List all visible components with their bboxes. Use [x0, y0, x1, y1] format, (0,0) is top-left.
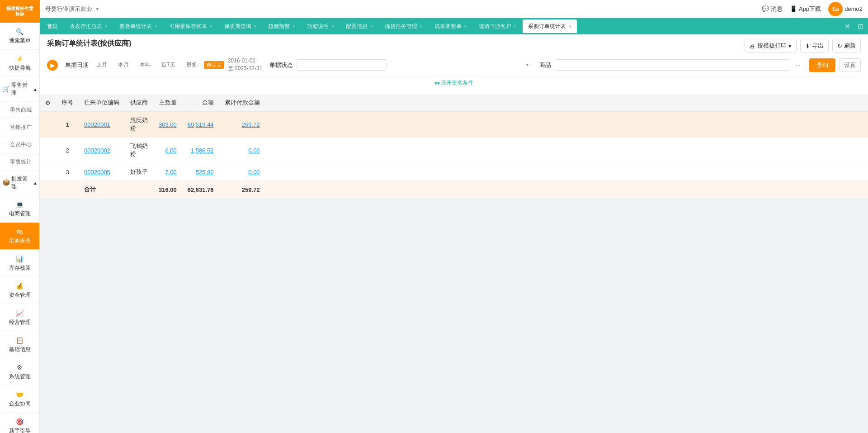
tab-close-5[interactable]: ×	[292, 24, 295, 29]
tab-10[interactable]: 邀请下游客户×	[473, 19, 522, 33]
main-content: 母婴行业演示账套 ▾ 💬 消息 📱 App下载 Ea demo2 首页收发存汇总…	[40, 0, 868, 433]
tab-2[interactable]: 要货单统计表×	[114, 19, 163, 33]
tab-label-3: 可用量库存账本	[169, 23, 207, 30]
table-header: ⚙ 序号 往来单位编码 供应商 主数量 金额 累计付款金额	[40, 94, 868, 112]
tab-close-1[interactable]: ×	[105, 24, 108, 29]
tab-0[interactable]: 首页	[42, 19, 63, 33]
goods-more-btn[interactable]: ···	[794, 62, 802, 68]
row-code-1[interactable]: 00020002	[79, 138, 125, 163]
sidebar-item-1[interactable]: ⚡快捷导航	[0, 50, 39, 77]
refresh-btn[interactable]: ↻ 刷新	[832, 39, 861, 52]
app-download-btn[interactable]: 📱 App下载	[790, 5, 821, 13]
sidebar-item-12[interactable]: 📈经营管理	[0, 304, 39, 331]
message-btn[interactable]: 💬 消息	[762, 5, 783, 13]
row-amount-2[interactable]: 525.80	[182, 163, 219, 181]
tab-close-9[interactable]: ×	[464, 24, 467, 29]
avatar-initials: Ea	[832, 6, 839, 12]
tab-7[interactable]: 配置信息×	[340, 19, 378, 33]
row-code-0[interactable]: 00020001	[79, 112, 125, 138]
col-supplier: 供应商	[125, 94, 153, 112]
sidebar-item-8[interactable]: 💻电商管理	[0, 195, 39, 223]
user-profile[interactable]: Ea demo2	[828, 2, 863, 16]
tab-6[interactable]: 功能说明×	[302, 19, 340, 33]
query-btn[interactable]: 查询	[809, 58, 835, 72]
page-title: 采购订单统计表(按供应商)	[47, 39, 132, 48]
row-qty-0[interactable]: 303.00	[153, 112, 182, 138]
sidebar-item-15[interactable]: 🤝企业协同	[0, 385, 39, 413]
tab-close-10[interactable]: ×	[514, 24, 517, 29]
data-table: ⚙ 序号 往来单位编码 供应商 主数量 金额 累计付款金额 1	[40, 94, 868, 198]
date-7days-btn[interactable]: 近7天	[157, 60, 179, 70]
expand-more-btn[interactable]: ▾▾ 展开更多条件	[434, 79, 473, 87]
close-tab-btn[interactable]: ✕	[842, 21, 853, 32]
col-spacer	[265, 94, 868, 112]
tab-close-6[interactable]: ×	[331, 24, 334, 29]
maximize-tab-btn[interactable]: ⊡	[855, 21, 866, 32]
row-paid-2[interactable]: 0.00	[219, 163, 265, 181]
date-more-btn[interactable]: 更多	[182, 60, 201, 70]
nav-icon-11: 💰	[15, 281, 24, 290]
column-gear-icon[interactable]: ⚙	[45, 100, 51, 106]
row-code-2[interactable]: 00020005	[79, 163, 125, 181]
tab-4[interactable]: 保质期查询×	[219, 19, 262, 33]
tab-1[interactable]: 收发存汇总表×	[64, 19, 113, 33]
topbar-left: 母婴行业演示账套 ▾	[45, 5, 99, 13]
nav-label-11: 资金管理	[9, 291, 31, 299]
row-supplier-2: 好孩子	[125, 163, 153, 181]
sidebar-item-13[interactable]: 📋基础信息	[0, 331, 39, 358]
tab-8[interactable]: 拣货任务管理×	[379, 19, 428, 33]
tab-9[interactable]: 成本调整单×	[429, 19, 472, 33]
tab-3[interactable]: 可用量库存账本×	[164, 19, 218, 33]
nav-icon-10: 📊	[15, 254, 24, 263]
row-no-2: 3	[56, 163, 79, 181]
tab-close-8[interactable]: ×	[420, 24, 423, 29]
tab-label-4: 保质期查询	[224, 23, 251, 30]
sidebar-item-14[interactable]: ⚙系统管理	[0, 358, 39, 385]
export-btn[interactable]: ⬇ 导出	[800, 39, 829, 52]
tab-label-6: 功能说明	[307, 23, 329, 30]
tab-close-4[interactable]: ×	[254, 24, 257, 29]
sidebar-item-4[interactable]: 营销推广	[0, 119, 39, 136]
tab-close-7[interactable]: ×	[370, 24, 373, 29]
sidebar-item-16[interactable]: 🎯新手引导	[0, 413, 39, 433]
goods-search-input[interactable]	[555, 59, 790, 71]
tab-close-11[interactable]: ×	[569, 24, 571, 29]
sidebar-item-11[interactable]: 💰资金管理	[0, 277, 39, 304]
tab-close-3[interactable]: ×	[210, 24, 212, 29]
sidebar-item-3[interactable]: 零售商城	[0, 102, 39, 119]
row-qty-2[interactable]: 7.00	[153, 163, 182, 181]
row-no-1: 2	[56, 138, 79, 163]
template-print-btn[interactable]: 🖨 按模板打印 ▾	[745, 39, 797, 52]
sidebar-item-0[interactable]: 🔍搜索菜单	[0, 23, 39, 50]
row-amount-0[interactable]: 60,519.44	[182, 112, 219, 138]
message-icon: 💬	[762, 5, 769, 12]
sidebar-item-10[interactable]: 📊库存核算	[0, 250, 39, 277]
settings-btn[interactable]: 设置	[839, 58, 861, 72]
status-select[interactable]	[297, 59, 387, 71]
row-paid-0[interactable]: 259.72	[219, 112, 265, 138]
sidebar-item-7[interactable]: 📦批发管理▲	[0, 171, 39, 195]
tab-5[interactable]: 超储预警×	[263, 19, 301, 33]
tab-label-8: 拣货任务管理	[385, 23, 417, 30]
table-body: 1 00020001 惠氏奶粉 303.00 60,519.44 259.72 …	[40, 112, 868, 181]
row-amount-1[interactable]: 1,586.52	[182, 138, 219, 163]
date-last-month-btn[interactable]: 上月	[92, 60, 111, 70]
row-no-0: 1	[56, 112, 79, 138]
tab-close-2[interactable]: ×	[155, 24, 157, 29]
date-this-year-btn[interactable]: 本年	[136, 60, 155, 70]
nav-icon-12: 📈	[15, 309, 24, 318]
row-qty-1[interactable]: 6.00	[153, 138, 182, 163]
workspace-dropdown-icon[interactable]: ▾	[96, 5, 99, 12]
sidebar-item-6[interactable]: 零售统计	[0, 153, 39, 171]
tab-11[interactable]: 采购订单统计表×	[523, 19, 577, 33]
logo-text: 畅捷通好生意	[6, 6, 33, 11]
sidebar-item-2[interactable]: 🛒零售管理▲	[0, 77, 39, 102]
row-paid-1[interactable]: 0.00	[219, 138, 265, 163]
nav-label-9: 采购管理	[9, 237, 31, 245]
sidebar-item-5[interactable]: 会员中心	[0, 136, 39, 153]
user-avatar: Ea	[828, 2, 843, 16]
sidebar: 畅捷通好生意 标版 🔍搜索菜单⚡快捷导航🛒零售管理▲零售商城营销推广会员中心零售…	[0, 0, 40, 433]
toggle-arrow[interactable]: ▶	[47, 60, 58, 71]
date-this-month-btn[interactable]: 本月	[114, 60, 133, 70]
sidebar-item-9[interactable]: 🛍采购管理	[0, 223, 39, 250]
